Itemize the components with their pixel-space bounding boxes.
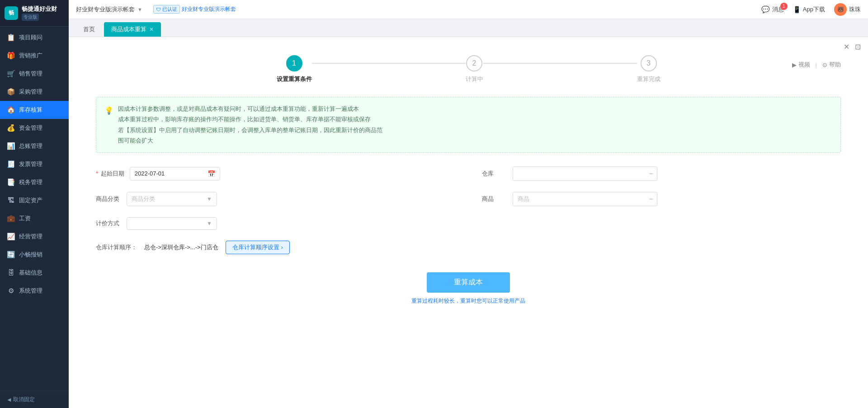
- sidebar-label-gongzi: 工资: [19, 214, 31, 223]
- warehouse-order-label: 仓库计算顺序：: [96, 243, 137, 251]
- warehouse-order-btn-label: 仓库计算顺序设置: [232, 243, 279, 251]
- main-area: 好业财专业版演示帐套 ▼ 🛡 已认证 好业财专业版演示帐套 💬 消息 1 📱 A…: [69, 0, 868, 408]
- sidebar-item-xitong[interactable]: ⚙ 系统管理: [0, 282, 69, 300]
- phone-icon: 📱: [793, 6, 801, 13]
- sidebar-item-caigou[interactable]: 📦 采购管理: [0, 83, 69, 101]
- warehouse-order-setting-button[interactable]: 仓库计算顺序设置 ›: [226, 241, 290, 254]
- sidebar-label-gudingzichan: 固定资产: [19, 196, 42, 204]
- expand-window-button[interactable]: ⊡: [855, 43, 861, 51]
- chevron-right-icon: ›: [281, 244, 283, 251]
- sidebar-label-jichu: 基础信息: [19, 269, 42, 277]
- sidebar-header: 畅 畅捷通好业财 专业版: [0, 0, 69, 27]
- sidebar-item-baoxiao[interactable]: 🔄 小畅报销: [0, 246, 69, 264]
- required-star: *: [96, 170, 98, 177]
- kucun-icon: 🏠: [6, 105, 15, 114]
- step-1: 1 设置重算条件: [277, 55, 312, 83]
- close-window-button[interactable]: ✕: [844, 43, 849, 51]
- message-action[interactable]: 💬 消息 1: [761, 5, 784, 14]
- gudingzichan-icon: 🏗: [6, 196, 15, 205]
- start-date-label: * 起始日期: [96, 170, 124, 178]
- pricing-chevron-icon: ▼: [207, 220, 212, 227]
- window-controls: ✕ ⊡: [844, 43, 861, 51]
- sidebar-item-jichu[interactable]: 🗄 基础信息: [0, 264, 69, 282]
- avatar: 🐻: [834, 3, 847, 16]
- sidebar-item-shuiwu[interactable]: 📑 税务管理: [0, 173, 69, 191]
- sidebar-item-jingying[interactable]: 📈 经营管理: [0, 228, 69, 246]
- sidebar-label-caigou: 采购管理: [19, 88, 42, 96]
- message-badge: 1: [780, 3, 788, 10]
- step-wizard: 1 设置重算条件 2 计算中 3 重算完成: [69, 37, 868, 92]
- unpin-icon: ◄: [6, 396, 12, 403]
- warehouse-order-row: 仓库计算顺序： 总仓->深圳仓库->...->门店仓 仓库计算顺序设置 ›: [69, 241, 868, 254]
- tab-home-label: 首页: [83, 25, 95, 33]
- step-3: 3 重算完成: [637, 55, 660, 83]
- step-line-2: [483, 63, 637, 64]
- content-area: ✕ ⊡ 1 设置重算条件 2 计算中 3 重算完成 ▶ 视频: [69, 37, 868, 408]
- category-chevron-icon: ▼: [207, 196, 212, 202]
- category-select[interactable]: 商品分类 ▼: [127, 192, 217, 206]
- account-name: 好业财专业版演示帐套: [76, 5, 135, 14]
- sidebar-label-shuiwu: 税务管理: [19, 178, 42, 186]
- help-link[interactable]: ⊙ 帮助: [822, 61, 841, 69]
- info-text: 因成本计算参数调整，或是对商品成本有疑问时，可以通过成本重算功能，重新计算一遍成…: [118, 104, 382, 146]
- sidebar-item-xiangmu[interactable]: 📋 项目顾问: [0, 28, 69, 47]
- video-link[interactable]: ▶ 视频: [792, 61, 810, 69]
- sidebar-nav: 📋 项目顾问 🎁 营销推广 🛒 销售管理 📦 采购管理 🏠 库存核算 💰 资金管…: [0, 27, 69, 391]
- topbar: 好业财专业版演示帐套 ▼ 🛡 已认证 好业财专业版演示帐套 💬 消息 1 📱 A…: [69, 0, 868, 19]
- sidebar-item-kucun[interactable]: 🏠 库存核算: [0, 101, 69, 119]
- yingxiao-icon: 🎁: [6, 51, 15, 60]
- info-line3: 若【系统设置】中启用了自动调整记账日期时，会调整入库单的整单记账日期，因此重新计…: [118, 125, 382, 135]
- topbar-verified: 🛡 已认证 好业财专业版演示帐套: [153, 5, 236, 14]
- sidebar-label-kucun: 库存核算: [19, 106, 42, 114]
- shield-icon: 🛡: [156, 7, 161, 12]
- sidebar-label-xitong: 系统管理: [19, 287, 42, 295]
- product-more-icon: ···: [649, 195, 652, 203]
- warehouse-input[interactable]: ···: [513, 166, 657, 181]
- tab-home[interactable]: 首页: [76, 22, 102, 37]
- message-icon: 💬: [761, 5, 770, 14]
- sidebar-label-zongzhang: 总账管理: [19, 142, 42, 150]
- app-download-label: App下载: [803, 5, 825, 14]
- sidebar-item-zongzhang[interactable]: 📊 总账管理: [0, 137, 69, 155]
- recalc-button-label: 重算成本: [454, 278, 483, 286]
- form-row-3: 计价方式 ▼: [96, 217, 841, 230]
- fapiao-icon: 🧾: [6, 160, 15, 169]
- pricing-select[interactable]: ▼: [127, 217, 217, 230]
- step-1-circle: 1: [286, 55, 302, 71]
- app-download-action[interactable]: 📱 App下载: [793, 5, 825, 14]
- info-line4: 围可能会扩大: [118, 135, 382, 146]
- start-date-input[interactable]: 2022-07-01 📅: [130, 167, 220, 180]
- user-avatar-action[interactable]: 🐻 珠珠: [834, 3, 861, 16]
- xitong-icon: ⚙: [6, 286, 15, 295]
- sidebar-footer[interactable]: ◄ 取消固定: [0, 391, 69, 408]
- step-3-circle: 3: [641, 55, 657, 71]
- warehouse-group: 仓库 ···: [482, 166, 841, 181]
- play-icon: ▶: [792, 62, 797, 68]
- topbar-account[interactable]: 好业财专业版演示帐套 ▼: [76, 5, 142, 14]
- recalc-hint: 重算过程耗时较长，重算时您可以正常使用产品: [411, 297, 525, 305]
- pricing-group: 计价方式 ▼: [96, 217, 841, 230]
- tab-recalc[interactable]: 商品成本重算 ✕: [104, 22, 161, 37]
- sidebar-item-xiaoshou[interactable]: 🛒 销售管理: [0, 65, 69, 83]
- sidebar-item-gudingzichan[interactable]: 🏗 固定资产: [0, 191, 69, 209]
- sidebar-item-fapiao[interactable]: 🧾 发票管理: [0, 155, 69, 173]
- category-placeholder: 商品分类: [132, 195, 155, 203]
- step-1-label: 设置重算条件: [277, 75, 312, 83]
- form-section: * 起始日期 2022-07-01 📅 仓库 ···: [69, 166, 868, 241]
- tab-recalc-label: 商品成本重算: [111, 25, 146, 33]
- sidebar-item-gongzi[interactable]: 💼 工资: [0, 209, 69, 228]
- sidebar-item-zijin[interactable]: 💰 资金管理: [0, 119, 69, 137]
- sidebar-item-yingxiao[interactable]: 🎁 营销推广: [0, 47, 69, 65]
- product-input[interactable]: 商品 ···: [513, 192, 657, 206]
- sidebar-label-zijin: 资金管理: [19, 124, 42, 132]
- pricing-label: 计价方式: [96, 219, 121, 228]
- recalc-button[interactable]: 重算成本: [427, 272, 510, 293]
- caigou-icon: 📦: [6, 87, 15, 96]
- help-icon: ⊙: [822, 62, 827, 68]
- recalc-section: 重算成本 重算过程耗时较长，重算时您可以正常使用产品: [69, 272, 868, 305]
- info-bulb-icon: 💡: [104, 104, 113, 146]
- warehouse-order-value: 总仓->深圳仓库->...->门店仓: [144, 243, 218, 251]
- tab-close-icon[interactable]: ✕: [149, 26, 154, 33]
- zijin-icon: 💰: [6, 123, 15, 133]
- sidebar-label-xiaoshou: 销售管理: [19, 70, 42, 78]
